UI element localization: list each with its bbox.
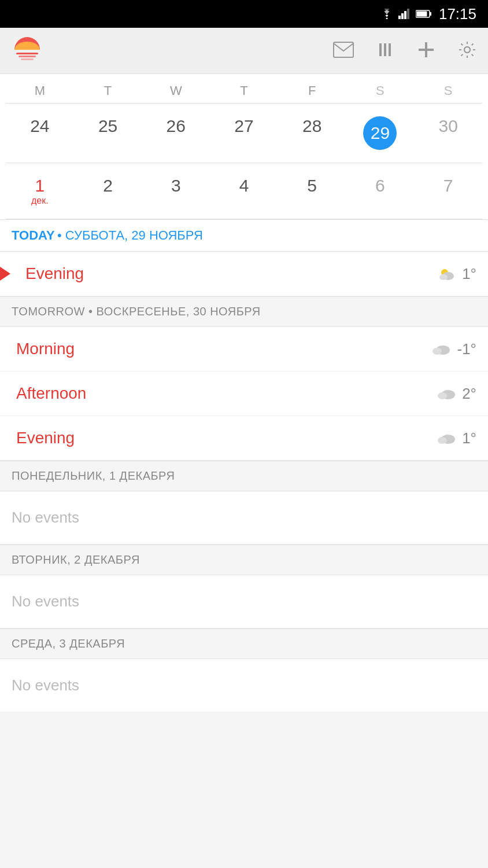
calendar: M T W T F S S 24 25 26 27 28 29 30 1 дек… [0,74,488,219]
svg-rect-16 [379,43,382,56]
calendar-day-26[interactable]: 26 [142,112,210,155]
calendar-day-28[interactable]: 28 [278,112,346,155]
svg-rect-3 [404,11,406,19]
cloudy-icon-afternoon [437,385,457,402]
svg-rect-13 [19,56,36,57]
event-today-evening[interactable]: Evening 1° [0,252,488,296]
tomorrow-section-header: TOMORROW • ВОСКРЕСЕНЬЕ, 30 НОЯБРЯ [0,296,488,327]
wednesday-label: СРЕДА, 3 ДЕКАБРЯ [12,637,125,650]
weather-temp-today-evening: 1° [462,265,476,283]
monday-no-events: No events [0,491,488,545]
weather-temp-tomorrow-evening: 1° [462,429,476,447]
svg-point-0 [386,18,387,20]
event-name-today-evening: Evening [12,264,84,283]
svg-rect-4 [407,9,409,19]
calendar-day-dec4[interactable]: 4 [210,171,278,211]
events-list: TODAY • СУББОТА, 29 НОЯБРЯ Evening 1° TO… [0,219,488,712]
svg-rect-15 [334,42,353,57]
event-weather-today-evening: 1° [437,265,476,283]
day-header-wed: W [142,83,210,98]
calendar-day-dec6[interactable]: 6 [346,171,415,211]
calendar-day-24[interactable]: 24 [6,112,74,155]
svg-rect-14 [21,58,34,60]
add-button[interactable] [417,41,435,61]
day-header-fri: F [278,83,346,98]
event-tomorrow-morning[interactable]: Morning -1° [0,327,488,372]
day-header-tue: T [74,83,142,98]
settings-button[interactable] [458,41,476,61]
svg-rect-17 [384,43,386,56]
calendar-week-1: 24 25 26 27 28 29 30 [6,104,482,163]
calendar-day-dec3[interactable]: 3 [142,171,210,211]
wifi-icon [380,9,394,19]
cloudy-icon-evening [437,430,457,446]
svg-rect-7 [430,12,431,16]
partly-cloudy-icon [437,266,457,282]
status-time: 17:15 [439,5,476,23]
svg-rect-2 [401,13,404,19]
monday-section-header: ПОНЕДЕЛЬНИК, 1 ДЕКАБРЯ [0,461,488,491]
event-tomorrow-evening[interactable]: Evening 1° [0,416,488,461]
day-header-sun: S [414,83,482,98]
today-section-header: TODAY • СУББОТА, 29 НОЯБРЯ [0,219,488,252]
monday-label: ПОНЕДЕЛЬНИК, 1 ДЕКАБРЯ [12,469,175,482]
wednesday-section-header: СРЕДА, 3 ДЕКАБРЯ [0,628,488,659]
event-weather-tomorrow-afternoon: 2° [437,385,476,403]
today-separator: • СУББОТА, 29 НОЯБРЯ [57,228,203,242]
menu-button[interactable] [377,42,394,60]
monday-no-events-text: No events [12,509,79,526]
weather-temp-tomorrow-morning: -1° [457,340,476,358]
calendar-day-30[interactable]: 30 [414,112,482,155]
svg-point-31 [438,437,447,444]
tuesday-section-header: ВТОРНИК, 2 ДЕКАБРЯ [0,545,488,575]
svg-point-29 [438,392,447,399]
event-tomorrow-afternoon[interactable]: Afternoon 2° [0,372,488,416]
calendar-day-29[interactable]: 29 [346,112,415,155]
day-header-mon: M [6,83,74,98]
svg-point-22 [464,47,470,53]
event-weather-tomorrow-evening: 1° [437,429,476,447]
signal-icon [398,9,411,19]
svg-rect-18 [389,43,391,56]
weather-temp-tomorrow-afternoon: 2° [462,385,476,403]
cloudy-icon-morning [431,341,452,357]
event-name-tomorrow-evening: Evening [12,429,75,447]
svg-point-25 [439,274,448,280]
toolbar-actions [333,41,476,61]
calendar-week-2: 1 дек. 2 3 4 5 6 7 [6,163,482,219]
today-label: TODAY [12,228,55,242]
tuesday-label: ВТОРНИК, 2 ДЕКАБРЯ [12,553,140,566]
status-bar: 17:15 [0,0,488,28]
calendar-day-dec5[interactable]: 5 [278,171,346,211]
svg-rect-6 [416,12,427,17]
calendar-day-dec7[interactable]: 7 [414,171,482,211]
app-logo [12,34,43,68]
day-header-thu: T [210,83,278,98]
calendar-header: M T W T F S S [6,74,482,104]
event-name-tomorrow-afternoon: Afternoon [12,384,86,403]
mail-button[interactable] [333,42,354,60]
day-header-sat: S [346,83,415,98]
toolbar [0,28,488,74]
calendar-day-25[interactable]: 25 [74,112,142,155]
calendar-day-dec2[interactable]: 2 [74,171,142,211]
svg-rect-1 [398,16,401,19]
status-icons [380,9,432,19]
tuesday-no-events-text: No events [12,593,79,610]
calendar-day-dec1[interactable]: 1 дек. [6,171,74,211]
tuesday-no-events: No events [0,575,488,628]
event-weather-tomorrow-morning: -1° [431,340,476,358]
svg-rect-20 [419,49,434,51]
svg-point-27 [432,348,442,355]
battery-icon [416,9,432,19]
tomorrow-label: TOMORROW • ВОСКРЕСЕНЬЕ, 30 НОЯБРЯ [12,305,261,318]
wednesday-no-events-text: No events [12,676,79,694]
calendar-day-27[interactable]: 27 [210,112,278,155]
event-name-tomorrow-morning: Morning [12,340,75,358]
svg-point-11 [14,42,40,58]
wednesday-no-events: No events [0,659,488,712]
svg-rect-12 [16,53,38,54]
